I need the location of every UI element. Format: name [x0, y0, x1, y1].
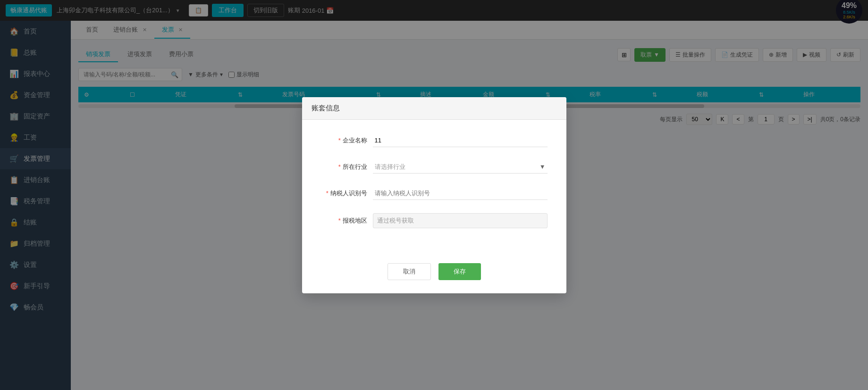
save-button[interactable]: 保存: [438, 263, 481, 280]
company-name-input[interactable]: [373, 134, 548, 147]
industry-required: *: [338, 163, 341, 170]
form-row-tax-region: * 报税地区 通过税号获取: [321, 213, 548, 228]
form-row-company: * 企业名称: [321, 134, 548, 147]
company-name-label: * 企业名称: [321, 136, 373, 145]
account-info-modal: 账套信息 * 企业名称 * 所在行业 请选择行业: [302, 97, 566, 293]
tax-id-label: * 纳税人识别号: [321, 189, 373, 198]
form-row-tax-id: * 纳税人识别号: [321, 187, 548, 200]
modal-overlay: 账套信息 * 企业名称 * 所在行业 请选择行业: [0, 0, 868, 390]
modal-body: * 企业名称 * 所在行业 请选择行业 ▼: [302, 120, 566, 256]
cancel-button[interactable]: 取消: [388, 263, 431, 280]
industry-select-wrap: 请选择行业 ▼: [373, 160, 548, 174]
modal-title: 账套信息: [302, 97, 566, 120]
form-row-industry: * 所在行业 请选择行业 ▼: [321, 160, 548, 174]
tax-region-label: * 报税地区: [321, 216, 373, 225]
industry-label: * 所在行业: [321, 163, 373, 171]
tax-id-required: *: [326, 190, 329, 197]
company-name-required: *: [338, 137, 341, 144]
tax-region-required: *: [338, 217, 341, 224]
industry-select[interactable]: 请选择行业: [373, 160, 548, 173]
tax-region-display: 通过税号获取: [373, 213, 548, 228]
modal-footer: 取消 保存: [302, 256, 566, 293]
tax-id-input[interactable]: [373, 187, 548, 200]
